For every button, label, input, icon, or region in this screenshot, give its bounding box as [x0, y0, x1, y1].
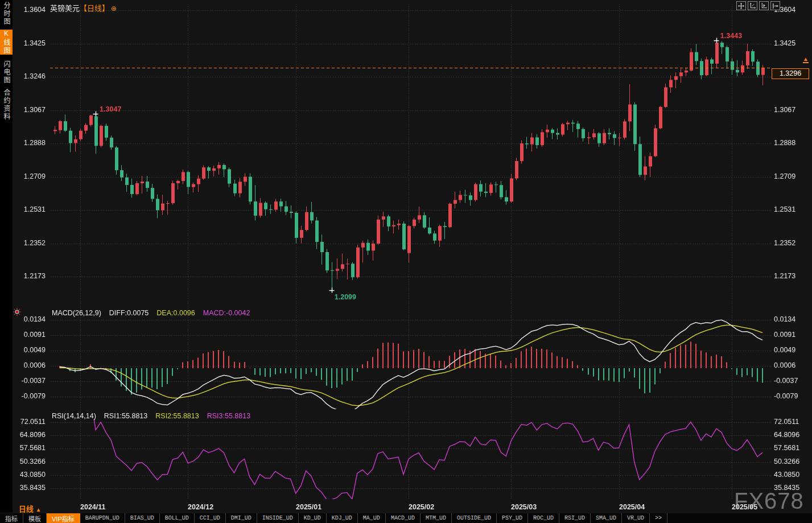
- price-axis-label: 1.2709: [13, 172, 46, 180]
- rsi3-value: RSI3:55.8813: [207, 412, 250, 420]
- price-axis-label: 1.3067: [774, 106, 795, 114]
- crosshair-move-icon[interactable]: [736, 1, 746, 10]
- price-axis-label: 1.2888: [774, 139, 795, 147]
- tab-bias_ud[interactable]: BIAS_UD: [125, 513, 160, 523]
- tab-boll_ud[interactable]: BOLL_UD: [160, 513, 195, 523]
- macd-axis-label: -0.0037: [774, 377, 798, 385]
- macd-dea-value: DEA:0.0096: [156, 309, 195, 317]
- rsi-title: RSI(14,14,14): [52, 412, 96, 420]
- rsi2-value: RSI2:55.8813: [155, 412, 199, 420]
- price-axis-label: 1.3425: [13, 39, 46, 47]
- tab-vip[interactable]: VIP指标: [47, 513, 80, 523]
- price-up-arrow-icon: ▲: [803, 57, 809, 63]
- tab-sma_ud[interactable]: SMA_UD: [591, 513, 622, 523]
- chart-toolbar: [736, 1, 780, 10]
- tab-rsi_ud[interactable]: RSI_UD: [559, 513, 591, 523]
- indicator-settings-icon[interactable]: [13, 307, 22, 316]
- macd-axis-label: 0.0134: [13, 315, 46, 323]
- macd-axis-label: 0.0006: [774, 361, 795, 369]
- tab-kdj_ud[interactable]: KDJ_UD: [327, 513, 358, 523]
- date-label: 2024/12: [188, 503, 213, 511]
- date-label: 2025/04: [619, 503, 645, 511]
- sidebar-item-4[interactable]: 合约资料: [0, 89, 13, 121]
- rsi-header: RSI(14,14,14)RSI1:55.8813RSI2:55.8813RSI…: [52, 412, 250, 420]
- price-axis-label: 1.2531: [13, 205, 46, 213]
- rsi-axis-label: 57.5681: [774, 444, 799, 452]
- price-axis-label: 1.2352: [774, 239, 795, 247]
- prev-high-price-label: 1.3047: [100, 105, 121, 113]
- watermark: FX678: [734, 488, 804, 514]
- macd-axis-label: -0.0037: [13, 377, 46, 385]
- tab-cci_ud[interactable]: CCI_UD: [195, 513, 226, 523]
- macd-axis-label: 0.0091: [13, 331, 46, 339]
- rsi-axis-label: 50.3266: [13, 458, 46, 466]
- tab-inside_ud[interactable]: INSIDE_UD: [257, 513, 299, 523]
- rsi-axis-label: 72.0511: [774, 418, 799, 426]
- sidebar-item-1[interactable]: 分时图: [0, 2, 13, 26]
- rsi-axis-label: 43.0850: [774, 471, 799, 479]
- rsi-axis-label: 35.8435: [13, 484, 46, 492]
- rsi-axis-label: 43.0850: [13, 471, 46, 479]
- timeframe-dropdown-arrow: ▲: [36, 506, 42, 513]
- tab-psy_ud[interactable]: PSY_UD: [497, 513, 528, 523]
- macd-axis-label: 0.0134: [774, 315, 795, 323]
- tab-[interactable]: 模板: [23, 513, 47, 523]
- rsi-axis-label: 50.3266: [774, 458, 799, 466]
- price-axis-label: 1.3425: [774, 39, 795, 47]
- high-price-label: 1.3443: [720, 32, 742, 40]
- indicator-tabbar: 指标模板VIP指标BARUPDN_UDBIAS_UDBOLL_UDCCI_UDD…: [0, 513, 812, 523]
- rsi1-value: RSI1:55.8813: [104, 412, 147, 420]
- last-price-box: 1.3296: [772, 68, 809, 79]
- shift-right-icon[interactable]: [770, 1, 780, 10]
- symbol-title: 英镑美元: [50, 4, 80, 13]
- macd-axis-label: 0.0006: [13, 361, 46, 369]
- price-axis-label: 1.2352: [13, 239, 46, 247]
- tab-[interactable]: >>: [650, 513, 667, 523]
- date-label: 2025/03: [511, 503, 537, 511]
- macd-hist-value: MACD:-0.0042: [203, 309, 250, 317]
- fit-axis-icon[interactable]: [748, 1, 757, 10]
- price-axis-label: 1.2173: [13, 272, 46, 280]
- low-price-label: 1.2099: [335, 293, 356, 301]
- macd-header: MACD(26,12,9)DIFF:0.0075DEA:0.0096MACD:-…: [52, 309, 250, 317]
- tab-ma_ud[interactable]: MA_UD: [358, 513, 386, 523]
- rsi-axis-label: 64.8096: [13, 431, 46, 439]
- tab-[interactable]: 指标: [0, 513, 23, 523]
- price-axis-label: 1.2709: [774, 172, 795, 180]
- tab-roc_ud[interactable]: ROC_UD: [528, 513, 559, 523]
- tab-vr_ud[interactable]: VR_UD: [622, 513, 650, 523]
- macd-axis-label: 0.0091: [774, 331, 795, 339]
- date-label: 2025/02: [409, 503, 434, 511]
- macd-diff-value: DIFF:0.0075: [109, 309, 149, 317]
- tab-outside_ud[interactable]: OUTSIDE_UD: [452, 513, 497, 523]
- price-axis-label: 1.2531: [774, 205, 795, 213]
- titlebar: 英镑美元【日线】⊕: [50, 2, 117, 13]
- tab-dmi_ud[interactable]: DMI_UD: [226, 513, 257, 523]
- add-indicator-icon[interactable]: ⊕: [111, 5, 117, 13]
- sidebar-item-3[interactable]: 闪电图: [0, 60, 13, 84]
- macd-title: MACD(26,12,9): [52, 309, 101, 317]
- chart-canvas[interactable]: [0, 0, 812, 523]
- price-axis-label: 1.3067: [13, 106, 46, 114]
- macd-axis-label: 0.0049: [13, 346, 46, 354]
- rsi-axis-label: 64.8096: [774, 431, 799, 439]
- sidebar-item-2[interactable]: K线图: [0, 30, 13, 55]
- timeframe-title: 【日线】: [80, 4, 109, 13]
- tab-barupdn_ud[interactable]: BARUPDN_UD: [80, 513, 125, 523]
- macd-axis-label: -0.0079: [13, 392, 46, 400]
- price-axis-label: 1.3604: [13, 6, 46, 14]
- price-axis-label: 1.3246: [13, 72, 46, 80]
- tab-macd_ud[interactable]: MACD_UD: [386, 513, 421, 523]
- rsi-axis-label: 72.0511: [13, 418, 46, 426]
- macd-axis-label: -0.0079: [774, 392, 798, 400]
- rsi-axis-label: 57.5681: [13, 444, 46, 452]
- tab-kd_ud[interactable]: KD_UD: [299, 513, 327, 523]
- auto-scale-icon[interactable]: [759, 1, 769, 10]
- date-label: 2025/01: [296, 503, 321, 511]
- tab-mtm_ud[interactable]: MTM_UD: [421, 513, 452, 523]
- date-label: 2024/11: [80, 503, 106, 511]
- timeframe-label: 日线: [19, 505, 34, 513]
- price-axis-label: 1.2888: [13, 139, 46, 147]
- macd-axis-label: 0.0049: [774, 346, 795, 354]
- sidebar: 分时图K线图闪电图合约资料: [0, 0, 13, 523]
